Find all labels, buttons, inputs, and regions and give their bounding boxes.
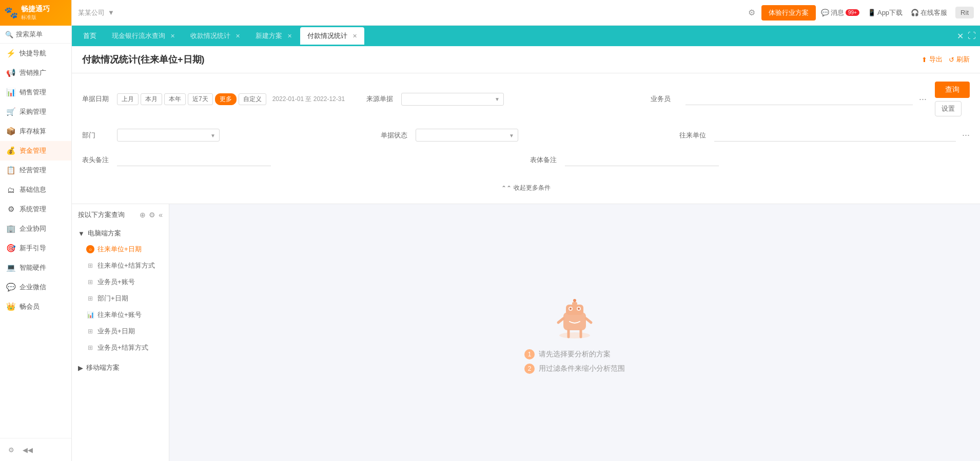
guide-icon: 🎯 bbox=[6, 244, 15, 253]
scheme-item-salesman-account[interactable]: ⊞ 业务员+账号 bbox=[72, 274, 169, 290]
user-avatar[interactable]: Rit bbox=[955, 7, 974, 18]
tab-new-scheme-close[interactable]: ✕ bbox=[287, 33, 292, 39]
search-menu[interactable]: 🔍 搜索菜单 bbox=[0, 26, 71, 44]
sidebar-item-guide[interactable]: 🎯 新手引导 bbox=[0, 238, 71, 258]
tab-maximize-icon[interactable]: ⛶ bbox=[968, 31, 976, 41]
export-button[interactable]: ⬆ 导出 bbox=[922, 55, 943, 64]
sidebar-item-label: 库存核算 bbox=[19, 127, 46, 136]
scheme-group-mobile-title[interactable]: ▶ 移动端方案 bbox=[72, 360, 169, 375]
date-btn-more[interactable]: 更多 bbox=[215, 93, 237, 105]
scheme-collapse-icon[interactable]: « bbox=[159, 211, 163, 219]
sidebar-item-label: 采购管理 bbox=[19, 107, 46, 116]
member-icon: 👑 bbox=[6, 302, 15, 311]
scheme-item-label: 业务员+账号 bbox=[97, 277, 135, 287]
tab-receipt-stats[interactable]: 收款情况统计 ✕ bbox=[183, 27, 247, 45]
dept-select[interactable] bbox=[117, 129, 220, 142]
body-area: 按以下方案查询 ⊕ ⚙ « ▼ 电脑端方案 ○ 往来单位+日期 bbox=[72, 204, 980, 461]
source-select[interactable] bbox=[401, 93, 504, 106]
chevron-down-icon[interactable]: ▼ bbox=[108, 9, 114, 16]
sidebar-header: 🐾 畅捷通巧 标准版 bbox=[0, 0, 71, 26]
tab-home[interactable]: 首页 bbox=[76, 27, 104, 45]
messages-button[interactable]: 💬 消息 99+ bbox=[821, 8, 859, 17]
tab-payment-stats-close[interactable]: ✕ bbox=[352, 33, 357, 39]
tab-bank[interactable]: 现金银行流水查询 ✕ bbox=[105, 27, 182, 45]
query-btn-area: 查询 设置 bbox=[935, 82, 970, 116]
app-download-button[interactable]: 📱 App下载 bbox=[868, 8, 903, 17]
tab-payment-stats[interactable]: 付款情况统计 ✕ bbox=[300, 27, 364, 45]
sidebar-item-operations[interactable]: 📋 经营管理 bbox=[0, 161, 71, 180]
tab-close-all-icon[interactable]: ✕ bbox=[957, 31, 964, 41]
sidebar-item-sales[interactable]: 📊 销售管理 bbox=[0, 83, 71, 102]
app-version: 标准版 bbox=[21, 14, 50, 21]
doc-status-select[interactable] bbox=[416, 129, 518, 142]
tabbar-actions: ✕ ⛶ bbox=[957, 31, 976, 41]
scheme-item-salesman-date[interactable]: ⊞ 业务员+日期 bbox=[72, 323, 169, 339]
sidebar-item-purchase[interactable]: 🛒 采购管理 bbox=[0, 102, 71, 122]
counterparty-more-icon[interactable]: ··· bbox=[962, 130, 970, 141]
scheme-panel-header: 按以下方案查询 ⊕ ⚙ « bbox=[72, 210, 169, 224]
salesman-input[interactable] bbox=[685, 93, 913, 105]
query-button[interactable]: 查询 bbox=[935, 82, 970, 98]
doc-status-select-wrapper bbox=[416, 129, 518, 142]
trial-button[interactable]: 体验行业方案 bbox=[761, 5, 816, 21]
svg-rect-2 bbox=[566, 305, 583, 315]
refresh-button[interactable]: ↺ 刷新 bbox=[949, 55, 970, 64]
sidebar-item-wechat[interactable]: 💬 企业微信 bbox=[0, 277, 71, 297]
counterparty-input[interactable] bbox=[714, 129, 956, 142]
sidebar-item-quick-nav[interactable]: ⚡ 快捷导航 bbox=[0, 44, 71, 63]
online-service-button[interactable]: 🎧 在线客服 bbox=[911, 8, 947, 17]
tab-new-scheme[interactable]: 新建方案 ✕ bbox=[248, 27, 299, 45]
date-btn-last-month[interactable]: 上月 bbox=[117, 93, 139, 105]
basic-info-icon: 🗂 bbox=[6, 185, 15, 194]
scheme-settings-icon[interactable]: ⚙ bbox=[149, 211, 155, 219]
sidebar-item-hardware[interactable]: 💻 智能硬件 bbox=[0, 258, 71, 277]
salesman-more-icon[interactable]: ··· bbox=[919, 94, 927, 105]
filter-row-1: 单据日期 上月 本月 本年 近7天 更多 自定义 2022-01-01 至 20… bbox=[82, 82, 970, 116]
tab-receipt-stats-close[interactable]: ✕ bbox=[236, 33, 240, 39]
date-btn-this-year[interactable]: 本年 bbox=[164, 93, 186, 105]
filter-date-group: 单据日期 上月 本月 本年 近7天 更多 自定义 2022-01-01 至 20… bbox=[82, 93, 358, 105]
source-label: 来源单据 bbox=[366, 94, 397, 104]
sidebar-item-marketing[interactable]: 📢 营销推广 bbox=[0, 63, 71, 83]
scheme-item-partner-account[interactable]: 📊 往来单位+账号 bbox=[72, 307, 169, 323]
quick-nav-icon: ⚡ bbox=[6, 49, 15, 58]
settings-small-button[interactable]: 设置 bbox=[935, 101, 962, 116]
source-select-wrapper bbox=[401, 93, 504, 106]
home-tab-label: 首页 bbox=[83, 31, 96, 41]
scheme-chart-icon: 📊 bbox=[86, 311, 94, 319]
date-btn-custom[interactable]: 自定义 bbox=[239, 93, 266, 105]
scheme-item-partner-payment[interactable]: ⊞ 往来单位+结算方式 bbox=[72, 257, 169, 274]
note-body-input[interactable] bbox=[565, 154, 719, 166]
scheme-group-desktop-title[interactable]: ▼ 电脑端方案 bbox=[72, 226, 169, 241]
sidebar-item-basic-info[interactable]: 🗂 基础信息 bbox=[0, 180, 71, 199]
sidebar-item-system[interactable]: ⚙ 系统管理 bbox=[0, 199, 71, 219]
filter-area: 单据日期 上月 本月 本年 近7天 更多 自定义 2022-01-01 至 20… bbox=[72, 73, 980, 204]
scheme-item-partner-date[interactable]: ○ 往来单位+日期 bbox=[72, 241, 169, 257]
scheme-group-mobile: ▶ 移动端方案 bbox=[72, 358, 169, 377]
svg-point-8 bbox=[573, 299, 576, 302]
topbar-settings-icon[interactable]: ⚙ bbox=[748, 8, 755, 17]
search-icon: 🔍 bbox=[5, 31, 13, 38]
message-icon: 💬 bbox=[821, 9, 829, 16]
scheme-active-icon: ○ bbox=[86, 245, 94, 253]
date-btn-7days[interactable]: 近7天 bbox=[188, 93, 213, 105]
sidebar-item-member[interactable]: 👑 畅会员 bbox=[0, 297, 71, 316]
sidebar-collapse-button[interactable]: ◀◀ bbox=[22, 444, 34, 456]
collapse-bar[interactable]: ⌃⌃ 收起更多条件 bbox=[82, 181, 970, 195]
scheme-item-salesman-payment[interactable]: ⊞ 业务员+结算方式 bbox=[72, 339, 169, 356]
date-btn-this-month[interactable]: 本月 bbox=[141, 93, 162, 105]
footer-settings-button[interactable]: ⚙ bbox=[5, 444, 17, 456]
page-header-actions: ⬆ 导出 ↺ 刷新 bbox=[922, 55, 970, 64]
filter-counterparty-group: 往来单位 ··· bbox=[679, 129, 970, 142]
sidebar-item-enterprise[interactable]: 🏢 企业协同 bbox=[0, 219, 71, 238]
sidebar-item-label: 经营管理 bbox=[19, 166, 46, 175]
breadcrumb-text: 某某公司 bbox=[78, 8, 105, 17]
tab-bank-close[interactable]: ✕ bbox=[170, 33, 175, 39]
note-header-input[interactable] bbox=[117, 154, 271, 166]
sidebar-item-inventory[interactable]: 📦 库存核算 bbox=[0, 122, 71, 141]
scheme-item-dept-date[interactable]: ⊞ 部门+日期 bbox=[72, 290, 169, 307]
scheme-add-icon[interactable]: ⊕ bbox=[140, 211, 146, 219]
sidebar-item-label: 企业协同 bbox=[19, 224, 46, 233]
svg-point-0 bbox=[559, 332, 590, 338]
sidebar-item-fund[interactable]: 💰 资金管理 bbox=[0, 141, 71, 161]
